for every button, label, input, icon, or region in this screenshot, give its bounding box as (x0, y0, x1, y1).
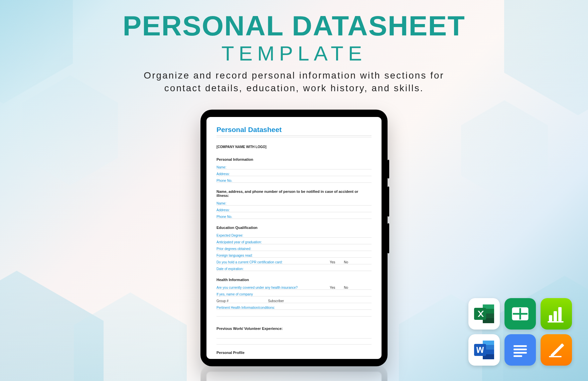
svg-rect-20 (513, 345, 527, 347)
section-personal-info: Personal Information (216, 157, 372, 161)
document-title: Personal Datasheet (216, 126, 372, 136)
section-education: Education Qualification (216, 226, 372, 230)
field-ifyes: If yes, name of company (216, 292, 256, 296)
excel-icon (468, 298, 500, 330)
google-sheets-icon (504, 298, 536, 330)
section-emergency: Name, address, and phone number of perso… (216, 189, 372, 198)
svg-rect-19 (474, 344, 486, 356)
field-cpr: Do you hold a current CPR certification … (216, 260, 285, 264)
field-grad-year: Anticipated year of graduation: (216, 240, 265, 244)
section-health: Health Information (216, 278, 372, 282)
svg-rect-12 (558, 307, 562, 321)
pages-icon (541, 334, 572, 366)
field-em-name: Name: (216, 202, 229, 205)
field-em-address: Address: (216, 208, 232, 212)
svg-rect-22 (513, 352, 527, 354)
section-profile: Personal Profile (216, 351, 372, 355)
field-insurance: Are you currently covered under any heal… (216, 286, 300, 289)
numbers-icon (541, 298, 572, 330)
google-docs-icon (504, 334, 536, 366)
company-placeholder: [COMPANY NAME WITH LOGO] (216, 145, 372, 149)
field-em-phone: Phone No. (216, 215, 235, 219)
field-languages: Foreign languages read: (216, 254, 255, 257)
field-address: Address: (216, 172, 232, 176)
document-screen: Personal Datasheet [COMPANY NAME WITH LO… (206, 117, 382, 359)
ins-no: No (344, 286, 348, 289)
field-prior-degrees: Prior degrees obtained: (216, 247, 254, 251)
field-expiration: Date of expiration: (216, 267, 246, 271)
field-expected-degree: Expected Degree: (216, 234, 246, 237)
field-pertinent: Pertinent Health Information/conditions: (216, 306, 278, 309)
tablet-reflection (200, 364, 388, 381)
field-phone: Phone No. (216, 179, 235, 182)
headline: PERSONAL DATASHEET TEMPLATE Organize and… (0, 0, 588, 94)
field-group: Group # (216, 299, 231, 303)
field-name: Name: (216, 165, 229, 169)
cpr-yes: Yes (330, 260, 335, 264)
headline-subtitle: TEMPLATE (0, 41, 588, 65)
ins-yes: Yes (330, 286, 335, 289)
headline-description: Organize and record personal information… (0, 69, 588, 95)
svg-rect-23 (513, 355, 522, 357)
svg-rect-21 (513, 349, 527, 350)
app-icons-grid (468, 298, 572, 366)
word-icon (468, 334, 500, 366)
section-work: Previous Work/ Volunteer Experience: (216, 327, 372, 331)
cpr-no: No (344, 260, 348, 264)
svg-rect-11 (554, 311, 557, 321)
tablet-device: Personal Datasheet [COMPANY NAME WITH LO… (200, 110, 388, 366)
svg-rect-10 (549, 315, 552, 321)
headline-title: PERSONAL DATASHEET (0, 13, 588, 39)
field-subscriber: Subscriber (268, 299, 287, 303)
field-strengths: Strengths: (216, 359, 235, 359)
svg-rect-13 (548, 321, 564, 323)
